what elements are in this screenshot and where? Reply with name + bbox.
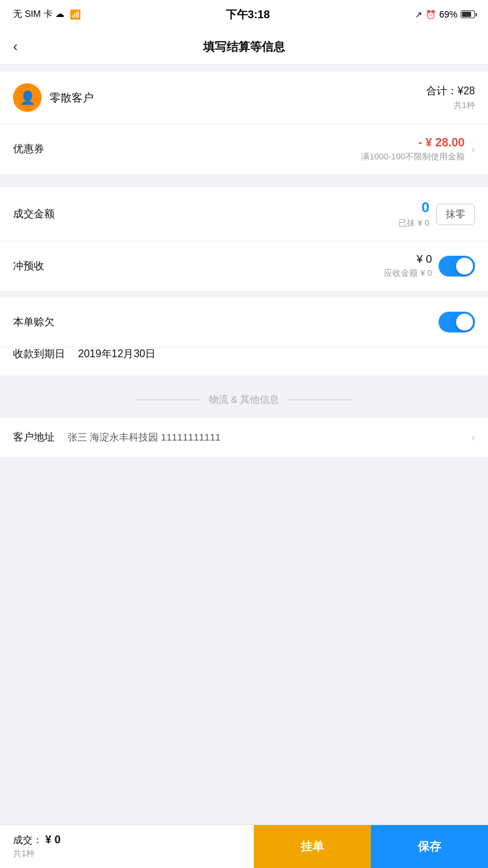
back-button[interactable]: ‹ xyxy=(8,33,23,61)
hold-button-label: 挂单 xyxy=(301,839,324,854)
hold-button[interactable]: 挂单 xyxy=(254,825,371,868)
due-date-value: 2019年12月30日 xyxy=(78,347,156,361)
save-button[interactable]: 保存 xyxy=(371,825,488,868)
address-chevron-icon: › xyxy=(471,431,475,444)
logistics-title-text: 物流 & 其他信息 xyxy=(209,394,279,406)
save-button-label: 保存 xyxy=(418,839,441,854)
transaction-right: 0 已抹 ¥ 0 抹零 xyxy=(398,199,475,229)
prepay-row: 冲预收 ¥ 0 应收金额 ¥ 0 xyxy=(0,241,488,291)
coupon-subtitle: 满1000-100不限制使用金额 xyxy=(361,151,465,163)
prepay-label: 冲预收 xyxy=(13,260,44,273)
location-icon: ↗ xyxy=(415,10,422,20)
alarm-icon: ⏰ xyxy=(426,10,436,20)
logistics-section-header: 物流 & 其他信息 xyxy=(0,382,488,418)
coupon-right: - ¥ 28.00 满1000-100不限制使用金额 › xyxy=(361,136,475,163)
avatar: 👤 xyxy=(13,83,42,112)
bottom-summary: 成交： ¥ 0 共1种 xyxy=(0,826,254,867)
address-label: 客户地址 xyxy=(13,431,55,444)
battery-percent: 69% xyxy=(439,9,457,20)
status-left: 无 SIM 卡 ☁ 📶 xyxy=(13,8,81,20)
transaction-section: 成交金额 0 已抹 ¥ 0 抹零 冲预收 ¥ 0 应收金额 ¥ 0 xyxy=(0,187,488,291)
address-section[interactable]: 客户地址 张三 海淀永丰科技园 11111111111 › xyxy=(0,418,488,457)
status-right: ↗ ⏰ 69% xyxy=(415,9,475,20)
due-date-row: 收款到期日 2019年12月30日 xyxy=(0,347,488,375)
total-count: 共1种 xyxy=(426,100,475,111)
status-time: 下午3:18 xyxy=(226,7,270,22)
nav-bar: ‹ 填写结算等信息 xyxy=(0,29,488,65)
debt-row: 本单赊欠 xyxy=(0,297,488,347)
avatar-icon: 👤 xyxy=(20,90,36,105)
logistics-title: 物流 & 其他信息 xyxy=(13,394,475,406)
bottom-transaction-row: 成交： ¥ 0 xyxy=(13,834,241,847)
bottom-count: 共1种 xyxy=(13,848,241,860)
prepay-sub: 应收金额 ¥ 0 xyxy=(384,267,432,279)
bottom-transaction-label: 成交： xyxy=(13,834,42,845)
wifi-icon: 📶 xyxy=(70,9,81,20)
customer-left: 👤 零散客户 xyxy=(13,83,94,112)
prepay-amount-area: ¥ 0 应收金额 ¥ 0 xyxy=(384,253,432,279)
bottom-amount: ¥ 0 xyxy=(45,834,61,846)
customer-section: 👤 零散客户 合计：¥28 共1种 优惠券 - ¥ 28.00 满1000-10… xyxy=(0,72,488,174)
round-button[interactable]: 抹零 xyxy=(436,204,475,225)
customer-name: 零散客户 xyxy=(49,90,94,105)
address-row[interactable]: 客户地址 张三 海淀永丰科技园 11111111111 › xyxy=(0,418,488,457)
status-bar: 无 SIM 卡 ☁ 📶 下午3:18 ↗ ⏰ 69% xyxy=(0,0,488,29)
sim-status: 无 SIM 卡 ☁ xyxy=(13,8,64,20)
coupon-row[interactable]: 优惠券 - ¥ 28.00 满1000-100不限制使用金额 › xyxy=(0,124,488,174)
prepay-amount: ¥ 0 xyxy=(384,253,432,266)
chevron-icon: › xyxy=(471,142,475,156)
debt-toggle[interactable] xyxy=(439,312,475,332)
transaction-row: 成交金额 0 已抹 ¥ 0 抹零 xyxy=(0,187,488,241)
transaction-label: 成交金额 xyxy=(13,208,55,221)
customer-row: 👤 零散客户 合计：¥28 共1种 xyxy=(0,72,488,124)
debt-section: 本单赊欠 收款到期日 2019年12月30日 xyxy=(0,297,488,375)
transaction-sub: 已抹 ¥ 0 xyxy=(398,217,429,229)
debt-label: 本单赊欠 xyxy=(13,316,55,329)
battery-icon xyxy=(461,10,475,18)
prepay-right: ¥ 0 应收金额 ¥ 0 xyxy=(384,253,475,279)
bottom-spacer xyxy=(0,464,488,542)
due-date-label: 收款到期日 xyxy=(13,347,65,361)
bottom-bar: 成交： ¥ 0 共1种 挂单 保存 xyxy=(0,824,488,868)
coupon-label: 优惠券 xyxy=(13,142,44,156)
prepay-toggle[interactable] xyxy=(439,256,475,277)
transaction-amount: 0 xyxy=(398,199,429,216)
address-value: 张三 海淀永丰科技园 11111111111 xyxy=(68,431,471,444)
total-amount: 合计：¥28 xyxy=(426,85,475,98)
section-divider-1 xyxy=(0,181,488,187)
nav-title: 填写结算等信息 xyxy=(203,39,285,55)
section-divider-2 xyxy=(0,291,488,297)
customer-right: 合计：¥28 共1种 xyxy=(426,85,475,111)
coupon-value: - ¥ 28.00 xyxy=(361,136,465,150)
